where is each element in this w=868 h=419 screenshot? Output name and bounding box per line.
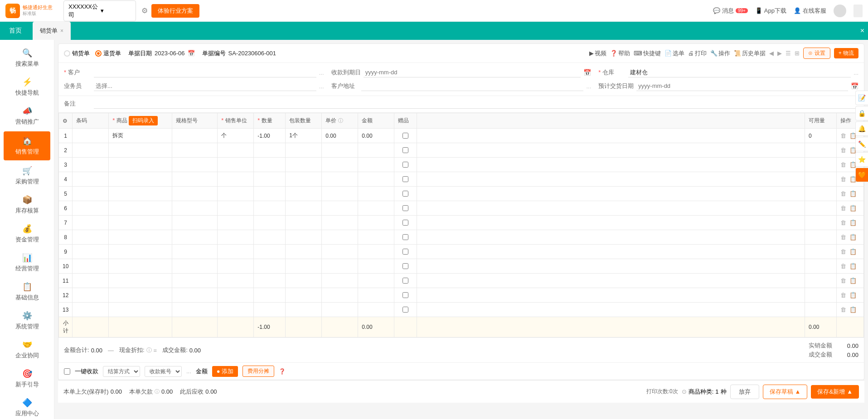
tab-home[interactable]: 首页: [0, 22, 31, 40]
sidebar-item-operation[interactable]: 📊 经营管理: [0, 248, 54, 277]
row-spec[interactable]: [172, 129, 218, 143]
row-pkg[interactable]: [286, 245, 322, 259]
online-service-button[interactable]: 👤 在线客服: [794, 7, 826, 15]
message-button[interactable]: 💬 消息 99+: [713, 7, 748, 15]
scan-button[interactable]: 扫码录入: [129, 116, 158, 125]
row-pkg[interactable]: [286, 172, 322, 187]
row-unit[interactable]: [218, 288, 254, 303]
row-spec[interactable]: [172, 172, 218, 187]
row-spec[interactable]: [172, 303, 218, 317]
row-amount[interactable]: [358, 288, 394, 303]
col-settings[interactable]: ⚙: [59, 113, 73, 129]
row-qty[interactable]: -1.00: [254, 129, 286, 143]
sidebar-item-marketing[interactable]: 📣 营销推广: [0, 101, 54, 130]
settlement-select[interactable]: 结算方式: [103, 366, 140, 377]
row-amount[interactable]: 0.00: [358, 129, 394, 143]
discard-button[interactable]: 放弃: [730, 385, 759, 399]
row-pkg[interactable]: [286, 201, 322, 216]
account-picker-icon[interactable]: ...: [186, 368, 191, 375]
discount-info-icon[interactable]: ⓘ: [146, 347, 152, 354]
row-spec[interactable]: [172, 288, 218, 303]
warehouse-picker-icon[interactable]: ...: [853, 69, 858, 76]
row-spec[interactable]: [172, 201, 218, 216]
row-product[interactable]: [109, 274, 172, 288]
gift-checkbox[interactable]: [402, 278, 408, 284]
expense-help-icon[interactable]: ❓: [279, 368, 286, 375]
row-spec[interactable]: [172, 158, 218, 172]
gear-icon[interactable]: ⚙: [141, 6, 148, 15]
sidebar-item-quicknav[interactable]: ⚡ 快捷导航: [0, 72, 54, 101]
delete-icon[interactable]: 🗑: [840, 161, 846, 168]
row-qty[interactable]: [254, 187, 286, 201]
save-draft-button[interactable]: 保存草稿 ▲: [763, 385, 808, 399]
row-barcode[interactable]: [73, 259, 109, 274]
row-pkg[interactable]: [286, 274, 322, 288]
delete-icon[interactable]: 🗑: [840, 248, 846, 255]
copy-icon[interactable]: 📋: [849, 205, 857, 212]
row-amount[interactable]: [358, 201, 394, 216]
row-barcode[interactable]: [73, 129, 109, 143]
equals-icon[interactable]: =: [154, 347, 157, 354]
row-price[interactable]: [322, 201, 358, 216]
row-unit[interactable]: [218, 230, 254, 245]
delete-icon[interactable]: 🗑: [840, 219, 846, 226]
row-unit[interactable]: [218, 216, 254, 230]
tab-close-icon[interactable]: ×: [60, 28, 63, 34]
expected-date-calendar-icon[interactable]: 📅: [851, 82, 858, 90]
product-type-icon[interactable]: ⊙: [682, 388, 687, 395]
row-gift[interactable]: [394, 187, 417, 201]
date-value[interactable]: 2023-06-06: [155, 50, 185, 57]
row-pkg[interactable]: [286, 143, 322, 158]
row-unit[interactable]: [218, 187, 254, 201]
row-gift[interactable]: [394, 230, 417, 245]
row-unit[interactable]: [218, 274, 254, 288]
row-qty[interactable]: [254, 259, 286, 274]
trial-button[interactable]: 体验行业方案: [151, 4, 199, 18]
row-product[interactable]: [109, 245, 172, 259]
row-product[interactable]: [109, 158, 172, 172]
expected-date-input[interactable]: [636, 81, 848, 91]
row-amount[interactable]: [358, 303, 394, 317]
row-price[interactable]: [322, 158, 358, 172]
gift-checkbox[interactable]: [402, 133, 408, 139]
copy-icon[interactable]: 📋: [849, 190, 857, 197]
gift-checkbox[interactable]: [402, 292, 408, 298]
tab-sales-order[interactable]: 销货单 ×: [33, 22, 71, 40]
row-product[interactable]: [109, 230, 172, 245]
row-qty[interactable]: [254, 274, 286, 288]
tab-bar-close-icon[interactable]: ×: [860, 27, 864, 35]
operate-link[interactable]: 🔧 操作: [710, 49, 730, 58]
row-product[interactable]: [109, 143, 172, 158]
row-unit[interactable]: [218, 143, 254, 158]
row-unit[interactable]: [218, 303, 254, 317]
gift-checkbox[interactable]: [402, 234, 408, 240]
row-spec[interactable]: [172, 230, 218, 245]
row-unit[interactable]: 个: [218, 129, 254, 143]
radio-return[interactable]: 退货单: [95, 49, 121, 58]
delete-icon[interactable]: 🗑: [840, 292, 846, 299]
copy-icon[interactable]: 📋: [849, 219, 857, 226]
row-unit[interactable]: [218, 259, 254, 274]
row-product[interactable]: [109, 172, 172, 187]
row-gift[interactable]: [394, 288, 417, 303]
sidebar-item-system[interactable]: ⚙️ 系统管理: [0, 306, 54, 335]
save-new-button[interactable]: 保存&新增 ▲: [811, 385, 859, 399]
row-amount[interactable]: [358, 158, 394, 172]
float-btn-2[interactable]: 🔒: [855, 106, 868, 120]
warehouse-input[interactable]: [628, 67, 851, 77]
row-product[interactable]: [109, 187, 172, 201]
row-price[interactable]: [322, 172, 358, 187]
row-gift[interactable]: [394, 158, 417, 172]
row-price[interactable]: [322, 216, 358, 230]
nav-next-icon[interactable]: ▶: [777, 50, 782, 57]
nav-prev-icon[interactable]: ◀: [769, 50, 774, 57]
row-spec[interactable]: [172, 259, 218, 274]
copy-icon[interactable]: 📋: [849, 306, 857, 313]
row-price[interactable]: [322, 230, 358, 245]
row-qty[interactable]: [254, 158, 286, 172]
float-btn-4[interactable]: ✏️: [855, 137, 868, 151]
row-amount[interactable]: [358, 143, 394, 158]
row-barcode[interactable]: [73, 158, 109, 172]
delete-icon[interactable]: 🗑: [840, 205, 846, 212]
history-link[interactable]: 📜 历史单据: [734, 49, 766, 58]
